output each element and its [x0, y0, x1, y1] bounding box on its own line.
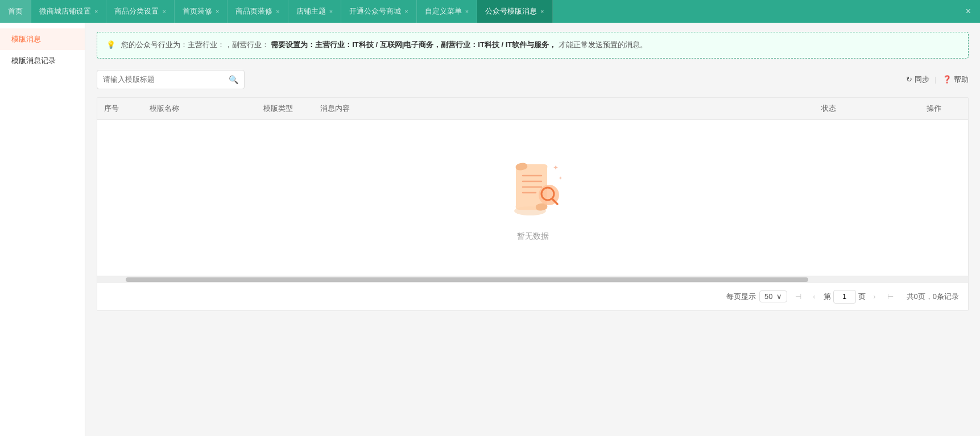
tab-shop-theme-label: 店铺主题 [296, 6, 326, 16]
search-input[interactable] [103, 75, 229, 84]
notice-suffix: 才能正常发送预置的消息。 [559, 40, 647, 49]
sidebar: 模版消息 模版消息记录 [0, 23, 85, 436]
tab-product-decor-label: 商品页装修 [235, 6, 272, 16]
search-actions: ↻ 同步 | ❓ 帮助 [906, 74, 969, 85]
col-header-action: 操作 [900, 98, 968, 119]
page-next-button[interactable]: › [868, 290, 882, 304]
close-tab-shop-settings[interactable]: × [94, 8, 98, 15]
tab-template-msg-label: 公众号模版消息 [485, 6, 537, 16]
page-input-wrap: 第 页 [824, 290, 866, 304]
empty-state: ✦ ✦ 暂无数据 [97, 120, 968, 276]
chevron-down-icon: ∨ [776, 292, 782, 301]
notice-prefix: 您的公众号行业为：主营行业：，副营行业： [121, 40, 269, 49]
table-header: 序号 模版名称 模版类型 消息内容 状态 操作 [97, 98, 968, 120]
divider: | [935, 75, 937, 84]
search-bar: 🔍 ↻ 同步 | ❓ 帮助 [97, 70, 969, 89]
search-input-wrap[interactable]: 🔍 [97, 70, 245, 89]
col-header-name: 模版名称 [143, 98, 257, 119]
tab-product-decor[interactable]: 商品页装修 × [228, 0, 288, 23]
close-tab-product-decor[interactable]: × [276, 8, 279, 15]
page-size-select: 每页显示 50 ∨ [726, 290, 787, 302]
close-tab-shop-theme[interactable]: × [329, 8, 333, 15]
sync-icon: ↻ [906, 75, 912, 84]
page-unit-label: 页 [858, 292, 866, 302]
page-size-label: 每页显示 [726, 292, 756, 302]
pagination: 每页显示 50 ∨ ⊣ ‹ 第 页 › ⊢ [97, 283, 968, 310]
sidebar-item-template-msg[interactable]: 模版消息 [0, 28, 85, 50]
top-navigation: 首页 微商城店铺设置 × 商品分类设置 × 首页装修 × 商品页装修 × 店铺主… [0, 0, 980, 23]
sidebar-item-template-msg-label: 模版消息 [11, 35, 41, 43]
sidebar-item-template-msg-log-label: 模版消息记录 [11, 56, 56, 65]
tab-custom-menu[interactable]: 自定义菜单 × [417, 0, 477, 23]
col-header-status: 状态 [814, 98, 900, 119]
tab-home-decor-label: 首页装修 [183, 6, 212, 16]
sync-label: 同步 [915, 74, 929, 85]
page-prefix-label: 第 [824, 292, 831, 302]
page-last-button[interactable]: ⊢ [884, 290, 898, 304]
tab-home-decor[interactable]: 首页装修 × [175, 0, 228, 23]
col-header-content: 消息内容 [313, 98, 814, 119]
tab-template-msg[interactable]: 公众号模版消息 × [477, 0, 552, 23]
horizontal-scrollbar[interactable] [97, 276, 968, 283]
data-table: 序号 模版名称 模版类型 消息内容 状态 操作 [97, 97, 969, 311]
help-label: 帮助 [954, 74, 969, 85]
page-size-value: 50 [764, 292, 772, 301]
main-layout: 模版消息 模版消息记录 💡 您的公众号行业为：主营行业：，副营行业： 需要设置为… [0, 23, 980, 436]
tab-home-label: 首页 [8, 6, 23, 16]
page-prev-button[interactable]: ‹ [808, 290, 821, 304]
tab-category-settings[interactable]: 商品分类设置 × [106, 0, 174, 23]
tab-shop-settings-label: 微商城店铺设置 [39, 6, 91, 16]
help-button[interactable]: ❓ 帮助 [942, 74, 969, 85]
notice-banner: 💡 您的公众号行业为：主营行业：，副营行业： 需要设置为：主营行业：IT科技 /… [97, 32, 969, 59]
empty-illustration: ✦ ✦ [499, 154, 567, 222]
tab-category-settings-label: 商品分类设置 [114, 6, 159, 16]
page-first-button[interactable]: ⊣ [792, 290, 805, 304]
page-size-dropdown[interactable]: 50 ∨ [759, 290, 787, 302]
svg-text:✦: ✦ [553, 164, 559, 172]
notice-highlight: 需要设置为：主营行业：IT科技 / 互联网|电子商务，副营行业：IT科技 / I… [271, 40, 556, 49]
bulb-icon: 💡 [106, 40, 115, 49]
search-icon[interactable]: 🔍 [229, 75, 238, 84]
tab-home[interactable]: 首页 [0, 0, 31, 23]
global-close-button[interactable]: × [957, 6, 980, 16]
total-info: 共0页，0条记录 [907, 292, 959, 302]
empty-text: 暂无数据 [517, 231, 549, 242]
close-tab-home-decor[interactable]: × [216, 8, 219, 15]
close-tab-open-mall[interactable]: × [404, 8, 408, 15]
col-header-seq: 序号 [97, 98, 143, 119]
sidebar-item-template-msg-log[interactable]: 模版消息记录 [0, 50, 85, 72]
scrollbar-thumb[interactable] [126, 277, 808, 282]
col-header-type: 模版类型 [257, 98, 313, 119]
tab-shop-theme[interactable]: 店铺主题 × [288, 0, 341, 23]
page-number-input[interactable] [833, 290, 856, 304]
main-content: 💡 您的公众号行业为：主营行业：，副营行业： 需要设置为：主营行业：IT科技 /… [85, 23, 980, 436]
sync-button[interactable]: ↻ 同步 [906, 74, 929, 85]
tab-custom-menu-label: 自定义菜单 [425, 6, 462, 16]
svg-text:✦: ✦ [559, 176, 563, 181]
tab-open-mall[interactable]: 开通公众号商城 × [341, 0, 416, 23]
tab-shop-settings[interactable]: 微商城店铺设置 × [31, 0, 106, 23]
tab-open-mall-label: 开通公众号商城 [349, 6, 401, 16]
close-tab-category-settings[interactable]: × [162, 8, 166, 15]
close-tab-template-msg[interactable]: × [540, 8, 544, 15]
page-navigation: ⊣ ‹ 第 页 › ⊢ [792, 290, 898, 304]
empty-icon: ✦ ✦ [499, 154, 567, 222]
help-icon: ❓ [942, 75, 952, 84]
close-tab-custom-menu[interactable]: × [465, 8, 469, 15]
